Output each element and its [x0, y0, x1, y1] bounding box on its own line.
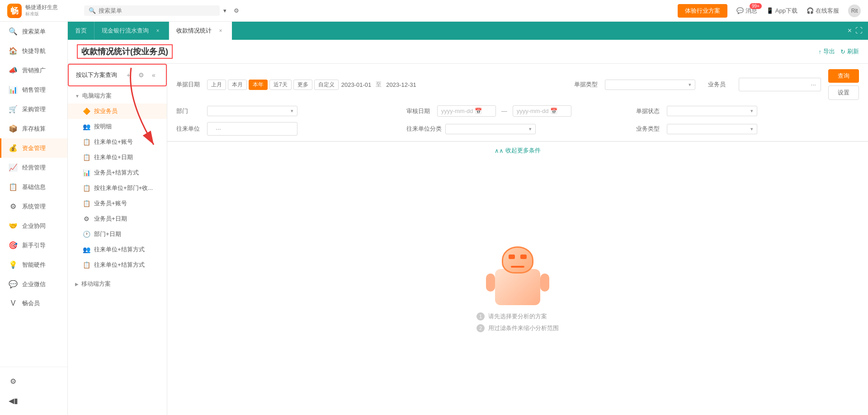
sidebar-item-search[interactable]: 🔍 搜索菜单 — [0, 22, 67, 41]
scheme-item-detail[interactable]: 👥 按明细 — [68, 119, 167, 134]
hardware-icon: 💡 — [9, 260, 18, 269]
scheme-item-salesperson[interactable]: 🔶 按业务员 — [68, 104, 167, 119]
app-download-action[interactable]: 📱 App下载 — [766, 7, 797, 15]
salesperson-account-icon: 📋 — [82, 200, 90, 207]
date-custom-btn[interactable]: 自定义 — [314, 80, 339, 90]
scheme-item-salesperson-settlement[interactable]: 📊 业务员+结算方式 — [68, 165, 167, 180]
collab-icon: 🤝 — [9, 222, 18, 230]
app-edition: 标准版 — [25, 11, 58, 17]
dept-select[interactable]: ▾ — [207, 106, 297, 116]
tab-close-all-btn[interactable]: × — [848, 27, 852, 35]
date-end: 2023-12-31 — [386, 81, 416, 88]
sidebar-item-operations[interactable]: 📈 经营管理 — [0, 158, 67, 177]
scheme-collapse-btn[interactable]: « — [149, 70, 159, 80]
tab-fullscreen-btn[interactable]: ⛶ — [855, 27, 863, 35]
tab-bank-flow[interactable]: 现金银行流水查询 × — [94, 22, 169, 40]
review-date-start[interactable]: yyyy-mm-dd 📅 — [437, 105, 496, 117]
date-this-year-btn[interactable]: 本年 — [249, 80, 268, 90]
scheme-group-desktop-header[interactable]: ▼ 电脑端方案 — [68, 88, 167, 104]
sidebar-item-wechat[interactable]: 💬 企业微信 — [0, 274, 67, 294]
partner-select[interactable]: ··· — [207, 122, 297, 136]
robot-eye-left — [509, 255, 515, 259]
sidebar-item-system[interactable]: ⚙ 系统管理 — [0, 197, 67, 216]
message-icon: 💬 — [736, 7, 744, 14]
review-date-label: 审核日期 — [406, 107, 434, 115]
salesperson-more-btn[interactable]: ··· — [810, 80, 817, 89]
sidebar-item-marketing[interactable]: 📣 营销推广 — [0, 61, 67, 80]
settings-icon-btn[interactable]: ⚙ — [230, 5, 243, 16]
date-quick-btns: 上月 本月 本年 近7天 更多 自定义 — [207, 80, 339, 90]
scheme-group-mobile: ▶ 移动端方案 — [68, 274, 167, 293]
scheme-settings-btn[interactable]: ⚙ — [136, 70, 146, 80]
sidebar-item-inventory[interactable]: 📦 库存核算 — [0, 119, 67, 138]
sidebar-item-guide[interactable]: 🎯 新手引导 — [0, 236, 67, 255]
user-avatar[interactable]: Rit — [848, 5, 861, 17]
scheme-item-partner-settlement1[interactable]: 👥 往来单位+结算方式 — [68, 242, 167, 257]
filter-settings-btn[interactable]: 设置 — [828, 85, 859, 100]
sidebar-item-collab[interactable]: 🤝 企业协同 — [0, 216, 67, 236]
scheme-item-salesperson-date-label: 业务员+日期 — [94, 215, 127, 223]
calendar-icon: 📅 — [475, 108, 482, 114]
tip-num-1: 1 — [476, 312, 485, 321]
salesperson-select[interactable]: ··· — [739, 78, 821, 91]
business-type-select[interactable]: ▾ — [667, 124, 757, 134]
tab-bar: 首页 现金银行流水查询 × 收款情况统计 × × ⛶ — [68, 22, 868, 40]
sidebar-item-finance[interactable]: 💰 资金管理 — [0, 138, 67, 158]
tab-collection-stats-close[interactable]: × — [217, 27, 224, 34]
user-name: Rit — [851, 8, 858, 14]
scheme-item-partner-account[interactable]: 📋 往来单位+账号 — [68, 134, 167, 150]
partner-settlement2-icon: 📋 — [82, 261, 90, 269]
trial-btn[interactable]: 体验行业方案 — [678, 4, 727, 18]
date-7days-btn[interactable]: 近7天 — [269, 80, 292, 90]
sidebar-item-member[interactable]: V 畅会员 — [0, 294, 67, 313]
tab-bank-flow-close[interactable]: × — [154, 27, 161, 34]
scheme-item-partner-dept-collect[interactable]: 📋 按往来单位+部门+收... — [68, 180, 167, 196]
header-search-box[interactable]: 🔍 — [84, 5, 220, 16]
dropdown-btn[interactable]: ▾ — [220, 5, 230, 16]
filter-dept-item: 部门 ▾ — [176, 106, 399, 116]
header-search-input[interactable] — [99, 7, 215, 14]
partner-more-btn[interactable]: ··· — [215, 124, 222, 133]
scheme-add-btn[interactable]: + — [123, 70, 133, 80]
tab-home[interactable]: 首页 — [68, 22, 94, 40]
inventory-icon: 📦 — [9, 124, 18, 133]
scheme-group-mobile-header[interactable]: ▶ 移动端方案 — [68, 276, 167, 292]
partner-category-chevron: ▾ — [529, 126, 532, 132]
date-more-btn[interactable]: 更多 — [293, 80, 312, 90]
refresh-btn[interactable]: ↻ 刷新 — [840, 47, 859, 56]
query-btn[interactable]: 查询 — [828, 69, 859, 83]
sidebar-item-basic-info[interactable]: 📋 基础信息 — [0, 177, 67, 197]
sidebar: 🔍 搜索菜单 🏠 快捷导航 📣 营销推广 📊 销售管理 🛒 采购管理 📦 库存核… — [0, 22, 68, 415]
date-this-month-btn[interactable]: 本月 — [228, 80, 247, 90]
partner-category-select[interactable]: ▾ — [445, 124, 536, 134]
sidebar-item-nav[interactable]: 🏠 快捷导航 — [0, 41, 67, 61]
partner-date-icon: 📋 — [82, 154, 90, 161]
scheme-item-partner-date[interactable]: 📋 往来单位+日期 — [68, 150, 167, 165]
doc-status-select[interactable]: ▾ — [667, 106, 757, 116]
export-btn[interactable]: ↑ 导出 — [819, 47, 835, 56]
robot-arm-right — [540, 274, 549, 292]
scheme-item-partner-settlement2[interactable]: 📋 往来单位+结算方式 — [68, 257, 167, 273]
scheme-item-dept-date[interactable]: 🕐 部门+日期 — [68, 226, 167, 242]
marketing-icon: 📣 — [9, 66, 18, 75]
online-service-action[interactable]: 🎧 在线客服 — [807, 7, 839, 15]
scheme-item-salesperson-date[interactable]: ⚙ 业务员+日期 — [68, 211, 167, 226]
collapse-icon: ∧∧ — [495, 147, 504, 154]
scheme-item-salesperson-account-label: 业务员+账号 — [94, 199, 127, 208]
tab-collection-stats[interactable]: 收款情况统计 × — [169, 22, 232, 40]
sidebar-item-sales[interactable]: 📊 销售管理 — [0, 80, 67, 99]
sidebar-label-hardware: 智能硬件 — [22, 261, 46, 269]
date-last-month-btn[interactable]: 上月 — [207, 80, 226, 90]
doc-type-select[interactable]: ▾ — [605, 80, 695, 90]
sidebar-item-collapse[interactable]: ◀▮ — [0, 391, 67, 410]
sidebar-item-hardware[interactable]: 💡 智能硬件 — [0, 255, 67, 274]
collapse-label: 收起更多条件 — [505, 146, 541, 155]
review-date-end[interactable]: yyyy-mm-dd 📅 — [513, 105, 571, 117]
sidebar-item-purchase[interactable]: 🛒 采购管理 — [0, 99, 67, 119]
collapse-bar[interactable]: ∧∧ 收起更多条件 — [167, 141, 868, 159]
filter-doc-type-item: 单据类型 ▾ — [574, 80, 701, 90]
messages-action[interactable]: 💬 消息 99+ — [736, 7, 757, 15]
scheme-item-salesperson-account[interactable]: 📋 业务员+账号 — [68, 196, 167, 211]
sidebar-item-settings[interactable]: ⚙ — [0, 372, 67, 391]
tab-collection-stats-label: 收款情况统计 — [176, 27, 212, 35]
